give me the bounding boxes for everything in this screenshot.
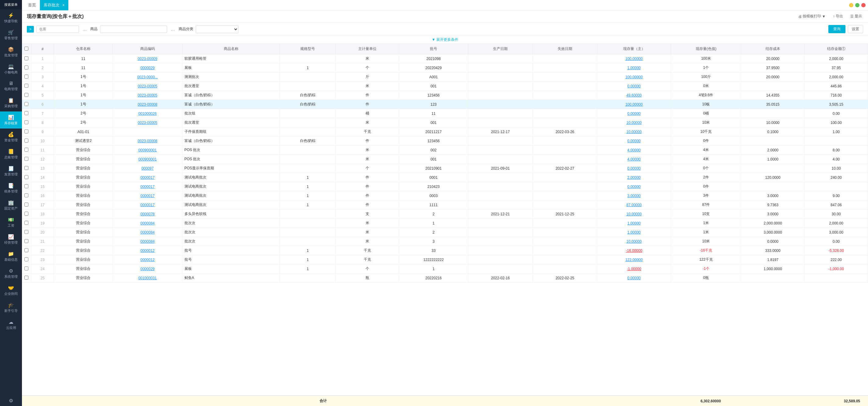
sidebar-item-purchase[interactable]: 📋 采购管理 (0, 94, 22, 111)
sidebar-item-tax[interactable]: 📑 税务管理 (0, 180, 22, 197)
row-checkbox-cell[interactable] (22, 173, 31, 182)
row-code[interactable]: 000097 (113, 164, 183, 173)
row-checkbox-cell[interactable] (22, 136, 31, 145)
sidebar-item-finance[interactable]: 💰 资金管理 (0, 129, 22, 145)
row-checkbox[interactable] (24, 194, 28, 197)
row-checkbox[interactable] (24, 111, 28, 115)
window-minimize[interactable] (849, 3, 854, 7)
row-qty-main[interactable]: 10.00000 (597, 237, 671, 246)
row-qty-main[interactable]: 87.00000 (597, 200, 671, 209)
row-checkbox[interactable] (24, 84, 28, 88)
row-checkbox[interactable] (24, 66, 28, 69)
setting-btn[interactable]: 设置 (848, 25, 863, 33)
row-checkbox-cell[interactable] (22, 246, 31, 255)
row-checkbox[interactable] (24, 257, 28, 261)
row-qty-main[interactable]: -1.00000 (597, 264, 671, 273)
sidebar-item-wholesale[interactable]: 📦 批发管理 (0, 43, 22, 61)
row-checkbox[interactable] (24, 175, 28, 179)
row-qty-main[interactable]: 3.00000 (597, 191, 671, 200)
row-qty-main[interactable]: 0.00000 (597, 273, 671, 283)
row-code[interactable]: 0000078 (113, 209, 183, 219)
row-checkbox-cell[interactable] (22, 219, 31, 228)
sidebar-item-basic[interactable]: 📁 基础信息 (0, 248, 22, 265)
sidebar-item-ecom-small[interactable]: 💻 小魅电商 (0, 61, 22, 78)
row-checkbox[interactable] (24, 221, 28, 225)
row-checkbox[interactable] (24, 184, 28, 188)
filter-expand-btn[interactable]: > (27, 26, 34, 33)
row-code[interactable]: 0000017 (113, 182, 183, 191)
sidebar-item-quick[interactable]: ⚡ 快捷导航 (0, 9, 22, 27)
row-checkbox-cell[interactable] (22, 91, 31, 100)
row-qty-main[interactable]: 1.00000 (597, 228, 671, 237)
sidebar-item-collab[interactable]: 🤝 企业协同 (0, 282, 22, 299)
expand-more-conditions[interactable]: ▼ 展开更多条件 (22, 36, 868, 44)
window-close[interactable] (861, 3, 866, 7)
row-checkbox[interactable] (24, 93, 28, 97)
row-checkbox-cell[interactable] (22, 145, 31, 155)
row-qty-main[interactable]: 10.00000 (597, 209, 671, 219)
tab-inventory-batch[interactable]: 库存批次 × (40, 0, 69, 10)
row-code[interactable]: 0023-00008 (113, 100, 183, 109)
row-qty-main[interactable]: 1.00000 (597, 63, 671, 72)
row-checkbox[interactable] (24, 239, 28, 243)
sidebar-settings[interactable]: ⚙ (0, 395, 22, 406)
sidebar-item-ecom[interactable]: 🖥 电商管理 (0, 78, 22, 94)
row-checkbox[interactable] (24, 102, 28, 106)
row-code[interactable]: 0000012 (113, 246, 183, 255)
row-code[interactable]: 0000084 (113, 237, 183, 246)
search-btn[interactable]: 查询 (828, 25, 845, 33)
sidebar-item-cloud[interactable]: ☁ 云应用 (0, 316, 22, 333)
row-checkbox-cell[interactable] (22, 100, 31, 109)
sidebar-item-assets[interactable]: 🏢 固定资产 (0, 197, 22, 214)
row-qty-main[interactable]: 100.00000 (597, 54, 671, 63)
row-code[interactable]: 0000084 (113, 228, 183, 237)
row-code[interactable] (113, 127, 183, 136)
sidebar-item-inventory[interactable]: 📊 库存核算 (0, 111, 22, 129)
row-qty-main[interactable]: 10.00000 (597, 118, 671, 127)
row-checkbox[interactable] (24, 166, 28, 170)
row-checkbox-cell[interactable] (22, 72, 31, 81)
window-maximize[interactable] (855, 3, 860, 7)
sidebar-item-ledger[interactable]: 📒 总账管理 (0, 145, 22, 163)
select-all-header[interactable] (22, 44, 31, 54)
print-dropdown-icon[interactable]: ▼ (822, 14, 826, 19)
row-checkbox[interactable] (24, 157, 28, 161)
row-code[interactable]: 0000084 (113, 219, 183, 228)
row-checkbox[interactable] (24, 212, 28, 216)
warehouse-filter-input[interactable] (36, 26, 79, 33)
tab-home[interactable]: 首页 (24, 0, 40, 10)
row-qty-main[interactable]: 49.60000 (597, 91, 671, 100)
row-checkbox[interactable] (24, 130, 28, 133)
row-checkbox-cell[interactable] (22, 118, 31, 127)
sidebar-item-salary[interactable]: 💵 工资 (0, 214, 22, 231)
row-checkbox[interactable] (24, 267, 28, 270)
row-checkbox-cell[interactable] (22, 164, 31, 173)
row-checkbox[interactable] (24, 248, 28, 252)
row-code[interactable]: 0023-00005 (113, 91, 183, 100)
row-code[interactable]: 0023-0000... (113, 72, 183, 81)
sidebar-item-retail[interactable]: 🛒 零售管理 (0, 27, 22, 43)
row-checkbox[interactable] (24, 276, 28, 280)
row-qty-main[interactable]: 100.00000 (597, 100, 671, 109)
sidebar-logo[interactable]: 搜索菜单 (0, 0, 22, 9)
row-checkbox-cell[interactable] (22, 200, 31, 209)
row-code[interactable]: 0023-00009 (113, 54, 183, 63)
row-checkbox-cell[interactable] (22, 191, 31, 200)
select-all-checkbox[interactable] (24, 46, 28, 50)
row-qty-main[interactable]: 100.00000 (597, 72, 671, 81)
row-qty-main[interactable]: 0.00000 (597, 109, 671, 118)
row-checkbox-cell[interactable] (22, 255, 31, 264)
row-qty-main[interactable]: 0.00000 (597, 182, 671, 191)
row-code[interactable]: 0000029 (113, 63, 183, 72)
row-checkbox[interactable] (24, 230, 28, 234)
row-code[interactable]: 0023-00005 (113, 81, 183, 91)
sidebar-item-invoice[interactable]: 🧾 发票管理 (0, 163, 22, 180)
row-qty-main[interactable]: -16.00000 (597, 246, 671, 255)
row-checkbox[interactable] (24, 139, 28, 142)
row-checkbox-cell[interactable] (22, 54, 31, 63)
row-code[interactable]: 0000017 (113, 173, 183, 182)
row-qty-main[interactable]: 0.00000 (597, 81, 671, 91)
row-qty-main[interactable]: 0.00000 (597, 136, 671, 145)
row-checkbox-cell[interactable] (22, 273, 31, 283)
row-checkbox[interactable] (24, 203, 28, 206)
